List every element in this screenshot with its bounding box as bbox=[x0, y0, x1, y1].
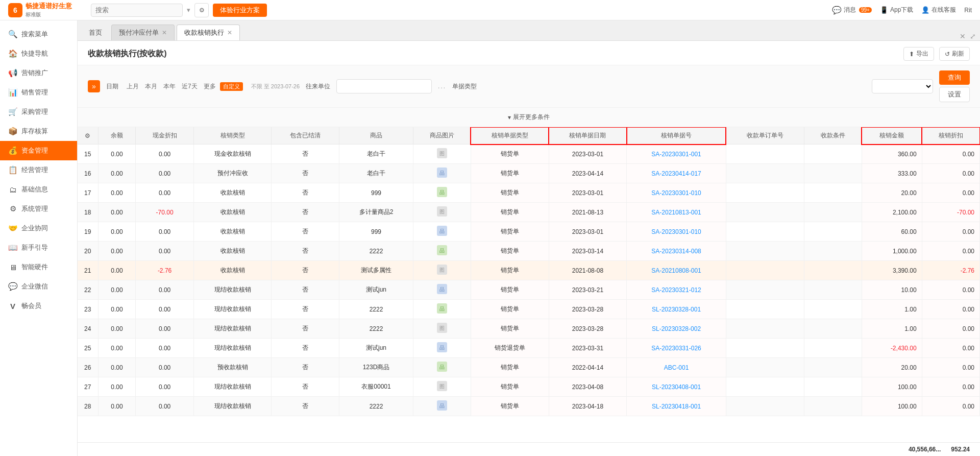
col-gear[interactable]: ⚙ bbox=[78, 127, 98, 145]
sidebar-item-sales[interactable]: 📊 销售管理 bbox=[0, 83, 77, 102]
svg-text:品: 品 bbox=[439, 189, 445, 195]
message-btn[interactable]: 💬 消息 99+ bbox=[832, 6, 872, 15]
cancel-bill-no-link[interactable]: SL-20230418-001 bbox=[652, 403, 701, 410]
tab-prepay[interactable]: 预付冲应付单 ✕ bbox=[111, 25, 175, 40]
tab-close-all-btn[interactable]: ✕ bbox=[960, 32, 966, 40]
cell-cancel-bill-no[interactable]: ABC-001 bbox=[627, 358, 726, 377]
sidebar-label-operations: 经营管理 bbox=[21, 165, 48, 175]
cell-cancel-discount: 0.00 bbox=[922, 319, 979, 339]
cell-cancel-bill-date: 2022-04-14 bbox=[549, 358, 627, 377]
cell-cancel-bill-no[interactable]: SA-20230301-010 bbox=[627, 222, 726, 242]
sidebar-item-enterprise[interactable]: 🤝 企业协同 bbox=[0, 219, 77, 238]
refresh-btn[interactable]: ↺ 刷新 bbox=[939, 47, 970, 61]
sidebar-item-guide[interactable]: 📖 新手引导 bbox=[0, 238, 77, 257]
cell-cancel-bill-no[interactable]: SA-20230301-010 bbox=[627, 183, 726, 203]
solution-btn[interactable]: 体验行业方案 bbox=[213, 4, 267, 17]
cell-cancel-bill-no[interactable]: SL-20230328-001 bbox=[627, 300, 726, 319]
cancel-bill-no-link[interactable]: SA-20230301-001 bbox=[651, 151, 701, 158]
table-container[interactable]: ⚙ 余额 现金折扣 核销类型 包含已结清 商品 商品图片 核销单据类型 核销单据… bbox=[78, 127, 980, 442]
cell-no: 23 bbox=[78, 300, 98, 319]
cancel-bill-no-link[interactable]: SA-20230301-010 bbox=[651, 189, 701, 197]
cancel-bill-no-link[interactable]: SA-20230301-010 bbox=[651, 228, 701, 235]
cancel-bill-no-link[interactable]: ABC-001 bbox=[664, 364, 689, 371]
cell-product: 测试多属性 bbox=[339, 261, 413, 280]
sidebar-item-inventory[interactable]: 📦 库存核算 bbox=[0, 122, 77, 141]
sidebar-item-search[interactable]: 🔍 搜索菜单 bbox=[0, 25, 77, 44]
cell-cancel-bill-date: 2023-03-28 bbox=[549, 300, 627, 319]
sidebar-item-wechat[interactable]: 💬 企业微信 bbox=[0, 277, 77, 296]
cell-receipt-condition bbox=[804, 280, 862, 300]
cancel-bill-no-link[interactable]: SA-20230314-008 bbox=[651, 248, 701, 255]
cell-include-settled: 否 bbox=[272, 261, 339, 280]
cell-cancel-bill-no[interactable]: SA-20210813-001 bbox=[627, 203, 726, 222]
col-cash-discount: 现金折扣 bbox=[136, 127, 193, 145]
sidebar-item-basic[interactable]: 🗂 基础信息 bbox=[0, 180, 77, 199]
cell-receipt-order-no bbox=[726, 242, 804, 261]
date-last-month[interactable]: 上月 bbox=[125, 81, 141, 92]
cell-cash-discount: 0.00 bbox=[136, 280, 193, 300]
expand-more-btn[interactable]: ▾ 展开更多条件 bbox=[504, 111, 554, 124]
system-icon: ⚙ bbox=[8, 204, 17, 213]
cell-cancel-bill-date: 2023-04-14 bbox=[549, 164, 627, 183]
sidebar-item-operations[interactable]: 📋 经营管理 bbox=[0, 160, 77, 180]
col-cancel-bill-no: 核销单据号 bbox=[627, 127, 726, 145]
sidebar: 🔍 搜索菜单 🏠 快捷导航 📢 营销推广 📊 销售管理 🛒 采购管理 📦 库存核… bbox=[0, 20, 78, 456]
operations-icon: 📋 bbox=[8, 165, 17, 175]
date-more[interactable]: 更多 bbox=[202, 81, 218, 92]
sidebar-item-quicknav[interactable]: 🏠 快捷导航 bbox=[0, 44, 77, 63]
sidebar-item-system[interactable]: ⚙ 系统管理 bbox=[0, 199, 77, 219]
cell-cancel-bill-no[interactable]: SA-20230331-026 bbox=[627, 339, 726, 358]
cell-receipt-condition bbox=[804, 261, 862, 280]
sidebar-item-finance[interactable]: 💰 资金管理 bbox=[0, 141, 77, 160]
online-service-btn[interactable]: 👤 在线客服 bbox=[921, 6, 956, 14]
sidebar-item-hardware[interactable]: 🖥 智能硬件 bbox=[0, 257, 77, 277]
cell-cancel-bill-no[interactable]: SA-20230414-017 bbox=[627, 164, 726, 183]
dropdown-arrow[interactable]: ▾ bbox=[187, 6, 190, 14]
export-icon: ⬆ bbox=[909, 51, 914, 58]
cancel-bill-no-link[interactable]: SL-20230408-001 bbox=[652, 383, 701, 391]
sidebar-item-marketing[interactable]: 📢 营销推广 bbox=[0, 63, 77, 83]
cell-cancel-bill-no[interactable]: SA-20230314-008 bbox=[627, 242, 726, 261]
cell-cancel-bill-type: 销货单 bbox=[471, 183, 549, 203]
filter-expand-btn[interactable]: » bbox=[88, 80, 100, 92]
query-btn[interactable]: 查询 bbox=[939, 70, 970, 85]
cancel-bill-no-link[interactable]: SA-20230331-026 bbox=[651, 345, 701, 352]
sidebar-item-vip[interactable]: V 畅会员 bbox=[0, 296, 77, 316]
from-unit-input[interactable] bbox=[336, 79, 432, 93]
cell-cancel-bill-no[interactable]: SA-20210808-001 bbox=[627, 261, 726, 280]
sidebar-label-search: 搜索菜单 bbox=[21, 30, 48, 39]
cell-product: 多计量商品2 bbox=[339, 203, 413, 222]
cancel-bill-no-link[interactable]: SA-20230321-012 bbox=[651, 286, 701, 294]
cancel-bill-no-link[interactable]: SL-20230328-002 bbox=[652, 325, 701, 332]
cell-cancel-bill-no[interactable]: SL-20230328-002 bbox=[627, 319, 726, 339]
tab-home[interactable]: 首页 bbox=[82, 25, 109, 40]
cell-cancel-bill-no[interactable]: SA-20230321-012 bbox=[627, 280, 726, 300]
app-download-btn[interactable]: 📱 App下载 bbox=[880, 6, 913, 14]
cell-cancel-bill-no[interactable]: SL-20230418-001 bbox=[627, 397, 726, 416]
cancel-bill-no-link[interactable]: SA-20230414-017 bbox=[651, 170, 701, 177]
cell-cancel-bill-type: 销货单 bbox=[471, 319, 549, 339]
settings-gear-btn[interactable]: ⚙ bbox=[194, 3, 209, 17]
tab-prepay-close[interactable]: ✕ bbox=[162, 29, 167, 36]
date-custom[interactable]: 自定义 bbox=[220, 82, 243, 91]
settings-btn[interactable]: 设置 bbox=[939, 87, 970, 102]
cell-cash-discount: 0.00 bbox=[136, 164, 193, 183]
date-7days[interactable]: 近7天 bbox=[180, 81, 200, 92]
cell-cancel-bill-no[interactable]: SA-20230301-001 bbox=[627, 145, 726, 164]
cancel-bill-no-link[interactable]: SA-20210813-001 bbox=[651, 209, 701, 216]
user-name[interactable]: Rit bbox=[964, 7, 972, 14]
receipt-type-select[interactable] bbox=[872, 79, 933, 93]
col-include-settled: 包含已结清 bbox=[272, 127, 339, 145]
sidebar-item-purchase[interactable]: 🛒 采购管理 bbox=[0, 102, 77, 122]
date-this-year[interactable]: 本年 bbox=[161, 81, 178, 92]
top-search-input[interactable] bbox=[91, 4, 183, 17]
cancel-bill-no-link[interactable]: SL-20230328-001 bbox=[652, 306, 701, 313]
tab-expand-btn[interactable]: ⤢ bbox=[970, 32, 976, 40]
export-btn[interactable]: ⬆ 导出 bbox=[903, 47, 934, 61]
cancel-bill-no-link[interactable]: SA-20210808-001 bbox=[651, 267, 701, 274]
tab-receipt-close[interactable]: ✕ bbox=[227, 29, 232, 36]
tab-receipt[interactable]: 收款核销执行 ✕ bbox=[177, 25, 240, 40]
cell-cash-discount: 0.00 bbox=[136, 397, 193, 416]
cell-cancel-bill-no[interactable]: SL-20230408-001 bbox=[627, 377, 726, 397]
date-this-month[interactable]: 本月 bbox=[143, 81, 159, 92]
